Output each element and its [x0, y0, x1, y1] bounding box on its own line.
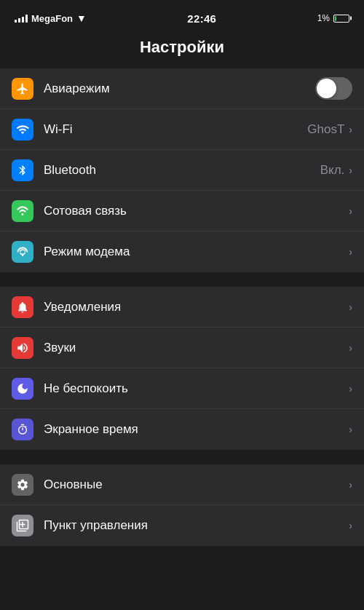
wifi-value: GhosT [307, 122, 344, 137]
hotspot-chevron-icon: › [349, 246, 352, 258]
wifi-status-icon: ▼ [76, 12, 87, 24]
status-left: MegaFon ▼ [15, 12, 87, 24]
hotspot-icon [12, 241, 33, 263]
bluetooth-label: Bluetooth [44, 163, 320, 178]
general-chevron-icon: › [349, 479, 352, 491]
wifi-icon [12, 119, 33, 140]
notifications-group: Уведомления › Звуки › Не беспокоить › Эк… [0, 287, 364, 450]
signal-bars-icon [15, 14, 28, 23]
wifi-label: Wi-Fi [44, 122, 307, 137]
status-right: 1% [317, 13, 349, 23]
battery-percent: 1% [317, 13, 330, 23]
general-label: Основные [44, 478, 349, 492]
cellular-icon [12, 200, 33, 222]
separator-2 [0, 451, 364, 464]
control-center-icon [12, 515, 33, 536]
donotdisturb-label: Не беспокоить [44, 381, 349, 396]
donotdisturb-chevron-icon: › [349, 383, 352, 395]
sounds-icon [12, 337, 33, 359]
wifi-row[interactable]: Wi-Fi GhosT › [0, 109, 364, 150]
bluetooth-chevron-icon: › [349, 165, 352, 176]
sounds-row[interactable]: Звуки › [0, 328, 364, 368]
screentime-label: Экранное время [44, 422, 349, 437]
control-center-chevron-icon: › [349, 520, 352, 531]
general-icon [12, 474, 33, 496]
control-center-label: Пункт управления [44, 518, 349, 533]
bluetooth-value: Вкл. [320, 163, 345, 178]
battery-icon [333, 15, 349, 23]
airplane-toggle[interactable] [315, 77, 352, 100]
donotdisturb-icon [12, 378, 33, 400]
connectivity-group: Авиарежим Wi-Fi GhosT › Bluetooth Вкл. › [0, 68, 364, 272]
sounds-chevron-icon: › [349, 342, 352, 354]
bluetooth-row[interactable]: Bluetooth Вкл. › [0, 150, 364, 191]
notifications-icon [12, 296, 33, 318]
hotspot-row[interactable]: Режим модема › [0, 231, 364, 272]
donotdisturb-row[interactable]: Не беспокоить › [0, 368, 364, 409]
airplane-label: Авиарежим [44, 82, 315, 96]
cellular-chevron-icon: › [349, 205, 352, 217]
notifications-row[interactable]: Уведомления › [0, 287, 364, 328]
status-bar: MegaFon ▼ 22:46 1% [0, 0, 364, 32]
separator-1 [0, 274, 364, 287]
screentime-icon [12, 419, 33, 440]
airplane-icon [12, 78, 33, 100]
carrier-label: MegaFon [31, 13, 73, 24]
cellular-row[interactable]: Сотовая связь › [0, 191, 364, 231]
sounds-label: Звуки [44, 341, 349, 355]
control-center-row[interactable]: Пункт управления › [0, 505, 364, 546]
screentime-chevron-icon: › [349, 424, 352, 435]
wifi-chevron-icon: › [349, 124, 352, 135]
notifications-label: Уведомления [44, 300, 349, 314]
cellular-label: Сотовая связь [44, 204, 349, 218]
airplane-row[interactable]: Авиарежим [0, 68, 364, 109]
general-group: Основные › Пункт управления › [0, 464, 364, 546]
general-row[interactable]: Основные › [0, 464, 364, 505]
bluetooth-icon [12, 159, 33, 181]
page-title: Настройки [0, 32, 364, 68]
screentime-row[interactable]: Экранное время › [0, 409, 364, 450]
notifications-chevron-icon: › [349, 301, 352, 313]
hotspot-label: Режим модема [44, 245, 349, 259]
clock: 22:46 [187, 12, 216, 25]
